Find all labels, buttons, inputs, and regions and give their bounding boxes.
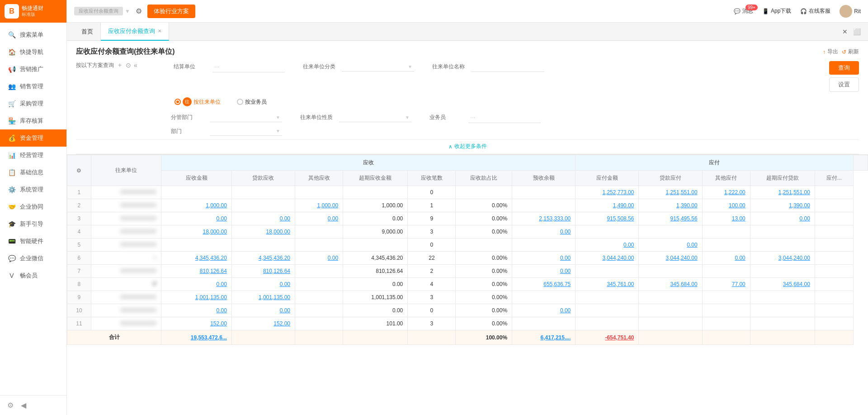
- sidebar-item-hardware[interactable]: 📟智能硬件: [0, 233, 66, 250]
- scheme-settings-icon[interactable]: ⊙: [126, 62, 131, 69]
- sidebar-item-finance[interactable]: 💰资金管理: [0, 129, 66, 147]
- row-ar-loan-10[interactable]: 152.00: [231, 317, 295, 330]
- settlement-dots[interactable]: ···: [214, 63, 220, 70]
- query-button[interactable]: 查询: [829, 61, 859, 75]
- sidebar-item-marketing[interactable]: 📢营销推广: [0, 61, 66, 78]
- refresh-button[interactable]: ↺ 刷新: [842, 48, 859, 56]
- row-ap-amount-0[interactable]: 1,252,773.00: [576, 186, 639, 199]
- row-ar-prepay-2[interactable]: 2,153,333.00: [512, 212, 576, 225]
- unit-category-select[interactable]: ▼: [342, 62, 414, 72]
- row-ap-amount-1[interactable]: 1,490.00: [576, 199, 639, 212]
- row-ar-amount-7[interactable]: 0.00: [161, 278, 232, 291]
- sidebar-item-guide[interactable]: 🎓新手引导: [0, 215, 66, 233]
- solution-button[interactable]: 体验行业方案: [147, 5, 195, 18]
- row-ar-loan-8[interactable]: 1,001,135.00: [231, 291, 295, 304]
- sidebar-item-enterprise[interactable]: 🤝企业协同: [0, 198, 66, 215]
- row-ap-loan-4[interactable]: 0.00: [639, 239, 702, 252]
- row-ap-loan-0[interactable]: 1,251,551.00: [639, 186, 702, 199]
- sidebar-item-wechat[interactable]: 💬企业微信: [0, 250, 66, 267]
- row-ap-loan-5[interactable]: 3,044,240.00: [639, 252, 702, 265]
- sidebar-item-quick-nav[interactable]: 🏠快捷导航: [0, 43, 66, 61]
- row-ar-amount-10[interactable]: 152.00: [161, 317, 232, 330]
- scheme-collapse-icon[interactable]: «: [134, 62, 137, 69]
- row-ar-other-5[interactable]: 0.00: [295, 252, 343, 265]
- sidebar-item-operation[interactable]: 📊经营管理: [0, 147, 66, 164]
- row-ap-other-0[interactable]: 1,222.00: [702, 186, 750, 199]
- row-ap-loan-7[interactable]: 345,684.00: [639, 278, 702, 291]
- row-ap-other-1[interactable]: 100.00: [702, 199, 750, 212]
- row-ap-overdue-5[interactable]: 3,044,240.00: [750, 252, 815, 265]
- row-ar-amount-1[interactable]: 1,000.00: [161, 199, 232, 212]
- tab-close-window-icon[interactable]: ✕: [842, 28, 848, 35]
- row-ar-other-2[interactable]: 0.00: [295, 212, 343, 225]
- row-ar-prepay-9[interactable]: 0.00: [512, 304, 576, 317]
- row-ar-prepay-6[interactable]: 0.00: [512, 265, 576, 278]
- export-button[interactable]: ↑ 导出: [823, 48, 838, 56]
- sidebar-item-purchase[interactable]: 🛒采购管理: [0, 95, 66, 112]
- add-scheme-icon[interactable]: ＋: [117, 61, 123, 69]
- total-ap-amount[interactable]: -654,751.40: [576, 330, 639, 345]
- sidebar-item-inventory[interactable]: 🏪库存核算: [0, 112, 66, 129]
- salesperson-dots[interactable]: ···: [470, 114, 476, 121]
- row-ar-prepay-5[interactable]: 0.00: [512, 252, 576, 265]
- row-ap-other-2[interactable]: 13.00: [702, 212, 750, 225]
- row-ar-loan-7[interactable]: 0.00: [231, 278, 295, 291]
- row-ar-loan-9[interactable]: 0.00: [231, 304, 295, 317]
- sidebar-item-system[interactable]: ⚙️系统管理: [0, 181, 66, 198]
- unit-name-input[interactable]: [471, 62, 544, 72]
- row-ap-other-5[interactable]: 0.00: [702, 252, 750, 265]
- dept-manager-select[interactable]: ▼: [210, 113, 282, 122]
- row-ar-amount-6[interactable]: 810,126.64: [161, 265, 232, 278]
- total-ap-overdue: [750, 330, 815, 345]
- settings-bottom-icon[interactable]: ⚙: [7, 401, 14, 410]
- collapse-icon[interactable]: ◀: [21, 401, 26, 410]
- app-download-button[interactable]: 📱 App下载: [762, 7, 791, 15]
- nav-icon-operation: 📊: [7, 152, 16, 159]
- row-ar-loan-6[interactable]: 810,126.64: [231, 265, 295, 278]
- user-avatar[interactable]: Rit: [840, 5, 861, 18]
- row-ap-overdue-7[interactable]: 345,684.00: [750, 278, 815, 291]
- row-ar-loan-5[interactable]: 4,345,436.20: [231, 252, 295, 265]
- sidebar-item-search-menu[interactable]: 🔍搜索菜单: [0, 26, 66, 43]
- row-ar-loan-2[interactable]: 0.00: [231, 212, 295, 225]
- row-ap-overdue-0[interactable]: 1,251,551.00: [750, 186, 815, 199]
- settings-button[interactable]: 设置: [829, 77, 859, 92]
- department-select[interactable]: ▼: [210, 127, 282, 136]
- gear-icon[interactable]: ⚙: [136, 7, 142, 15]
- row-ar-loan-3[interactable]: 18,000.00: [231, 225, 295, 239]
- tab-close-icon[interactable]: ✕: [158, 29, 161, 33]
- sidebar-item-sales[interactable]: 👥销售管理: [0, 78, 66, 95]
- tab-maximize-icon[interactable]: ⬜: [853, 28, 861, 35]
- row-ar-amount-9[interactable]: 0.00: [161, 304, 232, 317]
- row-ar-amount-3[interactable]: 18,000.00: [161, 225, 232, 239]
- tab-home[interactable]: 首页: [74, 23, 101, 41]
- row-ap-loan-2[interactable]: 915,495.56: [639, 212, 702, 225]
- col-settings-header[interactable]: ⚙: [67, 155, 91, 186]
- tab-ar-query[interactable]: 应收应付余额查询 ✕: [101, 23, 169, 41]
- row-ap-amount-7[interactable]: 345,761.00: [576, 278, 639, 291]
- row-ap-amount-2[interactable]: 915,508.56: [576, 212, 639, 225]
- scheme-by-staff[interactable]: 按业务员: [233, 95, 270, 108]
- total-ar-amount[interactable]: 19,553,472,6...: [161, 330, 232, 345]
- service-button[interactable]: 🎧 在线客服: [800, 7, 830, 15]
- sidebar-item-basic[interactable]: 📋基础信息: [0, 164, 66, 181]
- row-ap-loan-1[interactable]: 1,390.00: [639, 199, 702, 212]
- collapse-button[interactable]: ∧ 收起更多条件: [448, 143, 487, 150]
- row-ar-amount-8[interactable]: 1,001,135.00: [161, 291, 232, 304]
- row-ar-prepay-7[interactable]: 655,636.75: [512, 278, 576, 291]
- scheme-by-unit[interactable]: 往 按往来单位: [171, 95, 224, 108]
- row-ar-amount-2[interactable]: 0.00: [161, 212, 232, 225]
- row-ap-amount-4[interactable]: 0.00: [576, 239, 639, 252]
- total-ar-prepay[interactable]: 6,417,215....: [512, 330, 576, 345]
- row-ap-amount-5[interactable]: 3,044,240.00: [576, 252, 639, 265]
- row-ap-overdue-1[interactable]: 1,390.00: [750, 199, 815, 212]
- row-ar-prepay-3[interactable]: 0.00: [512, 225, 576, 239]
- row-ar-other-1[interactable]: 1,000.00: [295, 199, 343, 212]
- unit-nature-select[interactable]: ▼: [339, 113, 411, 122]
- row-ap-overdue-2[interactable]: 0.00: [750, 212, 815, 225]
- message-button[interactable]: 💬 消息 99+: [734, 7, 753, 15]
- row-ar-amount-5[interactable]: 4,345,436.20: [161, 252, 232, 265]
- sidebar-item-member[interactable]: V畅会员: [0, 267, 66, 284]
- row-ap-other-7[interactable]: 77.00: [702, 278, 750, 291]
- table-wrapper[interactable]: ⚙ 往来单位 应收 应付 应收金额 贷款应收 其他应收 超期应收金额 应收笔数 …: [67, 155, 868, 345]
